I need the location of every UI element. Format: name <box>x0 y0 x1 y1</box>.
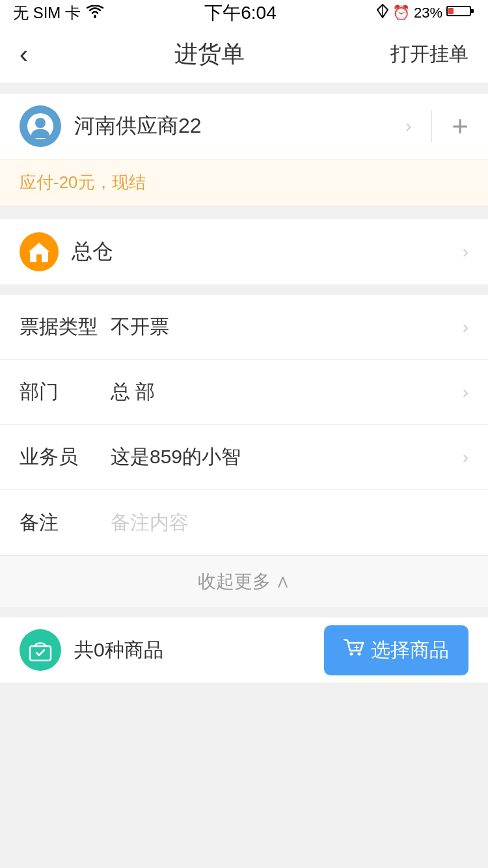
salesman-label: 业务员 <box>20 444 111 470</box>
department-value: 总 部 <box>111 379 463 405</box>
department-chevron-icon: › <box>463 382 468 403</box>
supplier-divider <box>431 110 432 142</box>
department-label: 部门 <box>20 379 111 405</box>
select-product-button[interactable]: 选择商品 <box>324 625 468 675</box>
avatar-inner <box>27 113 53 139</box>
bottom-bar: 共0种商品 选择商品 <box>0 617 488 683</box>
supplier-name: 河南供应商22 <box>74 112 405 141</box>
open-pending-button[interactable]: 打开挂单 <box>390 41 468 68</box>
note-row[interactable]: 备注 备注内容 <box>0 490 488 555</box>
status-time: 下午6:04 <box>204 1 277 25</box>
page-content: 河南供应商22 › + 应付-20元，现结 总仓 › 票据类型 不开票 › 部 <box>0 83 488 868</box>
salesman-chevron-icon: › <box>463 447 468 468</box>
svg-marker-8 <box>29 243 49 252</box>
svg-point-11 <box>350 652 353 655</box>
alarm-icon: ⏰ <box>392 5 410 21</box>
svg-rect-9 <box>36 254 42 262</box>
product-icon <box>20 629 61 671</box>
warehouse-row[interactable]: 总仓 › <box>0 219 488 284</box>
invoice-label: 票据类型 <box>20 314 111 340</box>
back-button[interactable]: ‹ <box>20 40 28 69</box>
select-btn-label: 选择商品 <box>371 637 449 664</box>
section-divider-1 <box>0 83 488 94</box>
nav-bar: ‹ 进货单 打开挂单 <box>0 26 488 83</box>
department-row[interactable]: 部门 总 部 › <box>0 360 488 425</box>
cart-icon <box>344 639 364 662</box>
battery-percent: 23% <box>414 5 442 21</box>
form-section: 票据类型 不开票 › 部门 总 部 › 业务员 这是859的小智 › 备注 备注… <box>0 295 488 555</box>
svg-point-6 <box>31 129 49 138</box>
supplier-chevron-icon: › <box>405 116 411 137</box>
collapse-row[interactable]: 收起更多 ∧ <box>0 555 488 607</box>
location-icon <box>377 4 388 22</box>
invoice-chevron-icon: › <box>463 317 468 338</box>
collapse-text: 收起更多 ∧ <box>198 569 291 594</box>
supplier-row[interactable]: 河南供应商22 › + <box>0 94 488 159</box>
notice-text: 应付-20元，现结 <box>20 172 146 192</box>
status-bar: 无 SIM 卡 下午6:04 ⏰ 23% <box>0 0 488 26</box>
svg-point-0 <box>94 16 96 18</box>
battery-icon <box>446 5 475 21</box>
carrier-label: 无 SIM 卡 <box>13 3 81 23</box>
svg-rect-4 <box>448 8 454 14</box>
add-supplier-button[interactable]: + <box>452 110 468 142</box>
warehouse-icon <box>20 232 59 271</box>
salesman-row[interactable]: 业务员 这是859的小智 › <box>0 425 488 490</box>
status-right: ⏰ 23% <box>377 4 475 22</box>
invoice-value: 不开票 <box>111 314 463 340</box>
note-label: 备注 <box>20 509 111 536</box>
warehouse-name: 总仓 <box>72 237 463 266</box>
section-divider-2 <box>0 206 488 219</box>
warehouse-chevron-icon: › <box>463 241 468 262</box>
salesman-value: 这是859的小智 <box>111 444 463 470</box>
supplier-avatar <box>20 105 61 147</box>
page-title: 进货单 <box>174 38 245 70</box>
wifi-icon <box>86 4 104 22</box>
status-left: 无 SIM 卡 <box>13 3 104 23</box>
invoice-type-row[interactable]: 票据类型 不开票 › <box>0 295 488 360</box>
svg-point-12 <box>358 652 361 655</box>
notice-bar: 应付-20元，现结 <box>0 159 488 206</box>
svg-point-5 <box>35 118 46 128</box>
svg-rect-3 <box>470 9 474 13</box>
note-placeholder: 备注内容 <box>111 509 468 536</box>
product-count: 共0种商品 <box>74 637 324 664</box>
